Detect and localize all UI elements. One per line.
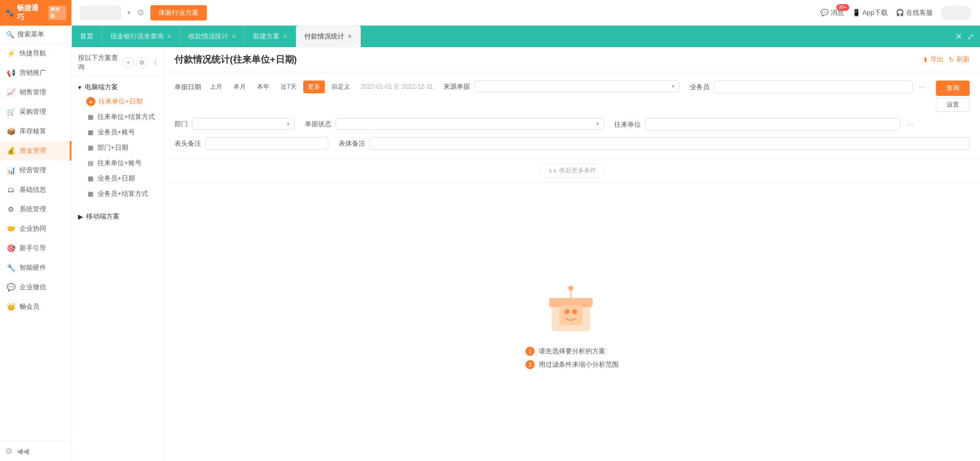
scheme-group-mobile-header[interactable]: ▶ 移动端方案 bbox=[72, 210, 164, 223]
page-header: 付款情况统计(往来单位+日期) ⬆ 导出 ↻ 刷新 bbox=[164, 47, 980, 72]
search-menu[interactable]: 🔍 搜索菜单 bbox=[0, 26, 71, 44]
sidebar-item-capital[interactable]: 💰 资金管理 bbox=[0, 141, 71, 161]
filter-table-body-note-input[interactable] bbox=[369, 137, 970, 150]
sidebar-item-quick-nav[interactable]: ⚡ 快捷导航 bbox=[0, 44, 71, 63]
page-title: 付款情况统计(往来单位+日期) bbox=[174, 53, 923, 66]
app-download-btn[interactable]: 📱 App下载 bbox=[852, 8, 888, 17]
filter-table-body-note-label: 表体备注 bbox=[339, 139, 365, 148]
filter-doc-status-arrow-icon: ▾ bbox=[596, 121, 599, 127]
date-option-last-7[interactable]: 近7天 bbox=[276, 81, 301, 93]
sidebar-item-inventory[interactable]: 📦 库存核算 bbox=[0, 122, 71, 141]
main-content: ▾ ⚙ 体验行业方案 💬 消息 99+ 📱 App下载 🎧 在线客服 首页 bbox=[72, 0, 980, 461]
scheme-group-desktop-header[interactable]: ▾ 电脑端方案 bbox=[72, 81, 164, 94]
tab-cashflow[interactable]: 现金银行流水查询 ✕ bbox=[102, 26, 180, 47]
sidebar-item-system[interactable]: ⚙ 系统管理 bbox=[0, 199, 71, 219]
sidebar-item-label: 快捷导航 bbox=[19, 49, 46, 58]
scheme-item-partner-settle-label: 往来单位+结算方式 bbox=[97, 112, 155, 122]
tab-new-scheme-label: 新建方案 bbox=[253, 32, 280, 41]
filter-salesman-item: 业务员 ··· bbox=[690, 81, 926, 93]
hardware-icon: 🔧 bbox=[6, 263, 15, 272]
notification-btn[interactable]: 💬 消息 99+ bbox=[820, 8, 844, 17]
wechat-icon: 💬 bbox=[6, 283, 15, 292]
empty-state: 1 请先选择要分析的方案 2 用过滤条件来缩小分析范围 bbox=[164, 183, 980, 461]
filter-partner-input[interactable] bbox=[645, 118, 900, 131]
trial-btn[interactable]: 体验行业方案 bbox=[150, 5, 207, 21]
scheme-item-salesman-date[interactable]: ▦ 业务员+日期 bbox=[72, 171, 164, 186]
date-option-custom[interactable]: 自定义 bbox=[327, 81, 355, 93]
online-service-btn[interactable]: 🎧 在线客服 bbox=[896, 8, 933, 17]
empty-tip-2: 2 用过滤条件来缩小分析范围 bbox=[525, 360, 619, 369]
collapse-more-btn[interactable]: ∧∧ 收起更多条件 bbox=[539, 164, 605, 177]
svg-rect-2 bbox=[559, 305, 582, 325]
tab-receipt-stats[interactable]: 收款情况统计 ✕ bbox=[180, 26, 245, 47]
filter-table-header-note-input[interactable] bbox=[205, 137, 328, 150]
filter-salesman-dots[interactable]: ··· bbox=[919, 83, 926, 92]
refresh-btn[interactable]: ↻ 刷新 bbox=[949, 55, 970, 64]
main-area: 付款情况统计(往来单位+日期) ⬆ 导出 ↻ 刷新 bbox=[164, 47, 980, 461]
member-icon: 👑 bbox=[6, 302, 15, 311]
logo-badge: 标准版 bbox=[48, 6, 66, 20]
scheme-item-salesman-settle[interactable]: ▦ 业务员+结算方式 bbox=[72, 186, 164, 202]
tab-new-scheme[interactable]: 新建方案 ✕ bbox=[245, 26, 296, 47]
sidebar-item-sales[interactable]: 📈 销售管理 bbox=[0, 83, 71, 102]
date-option-this-month[interactable]: 本月 bbox=[229, 81, 250, 93]
tab-home[interactable]: 首页 bbox=[72, 26, 102, 47]
scheme-group-mobile-chevron: ▶ bbox=[78, 213, 83, 221]
sidebar-item-guide[interactable]: 🎯 新手引导 bbox=[0, 238, 71, 258]
filter-date-item: 单据日期 上月 本月 本年 近7天 更多 自定义 2022-01-01 至 20… bbox=[174, 81, 433, 93]
refresh-icon: ↻ bbox=[949, 56, 954, 64]
date-option-this-year[interactable]: 本年 bbox=[252, 81, 274, 93]
scheme-item-dept-date[interactable]: ▦ 部门+日期 bbox=[72, 140, 164, 155]
sidebar-item-wechat[interactable]: 💬 企业微信 bbox=[0, 277, 71, 297]
tab-payment-stats[interactable]: 付款情况统计 ✕ bbox=[296, 26, 361, 47]
sidebar-settings-icon[interactable]: ⚙ bbox=[5, 446, 12, 456]
tab-close-all-icon[interactable]: ✕ bbox=[955, 32, 962, 42]
sidebar-item-purchase[interactable]: 🛒 采购管理 bbox=[0, 102, 71, 122]
scheme-item-table-icon: ▦ bbox=[86, 113, 94, 121]
purchase-icon: 🛒 bbox=[6, 107, 15, 116]
sidebar-bottom: ⚙ ◀◀ bbox=[0, 440, 71, 461]
filter-partner-dots[interactable]: ··· bbox=[907, 120, 913, 129]
tab-new-scheme-close-icon[interactable]: ✕ bbox=[283, 33, 287, 40]
settings-icon[interactable]: ⚙ bbox=[137, 8, 144, 17]
guide-icon: 🎯 bbox=[6, 244, 15, 253]
sidebar-item-management[interactable]: 📊 经营管理 bbox=[0, 161, 71, 180]
export-btn[interactable]: ⬆ 导出 bbox=[923, 55, 944, 64]
scheme-settings-btn[interactable]: ⚙ bbox=[136, 57, 147, 68]
query-btn[interactable]: 查询 bbox=[936, 81, 970, 96]
inventory-icon: 📦 bbox=[6, 127, 15, 136]
scheme-item-partner-account[interactable]: ▤ 往来单位+账号 bbox=[72, 155, 164, 171]
scheme-add-btn[interactable]: + bbox=[123, 57, 134, 68]
page-actions: ⬆ 导出 ↻ 刷新 bbox=[923, 55, 970, 64]
scheme-item-active-icon: ● bbox=[86, 97, 95, 106]
tab-payment-stats-close-icon[interactable]: ✕ bbox=[347, 33, 352, 40]
filter-source-doc-select[interactable]: ▾ bbox=[474, 81, 679, 92]
scheme-item-partner-settle[interactable]: ▦ 往来单位+结算方式 bbox=[72, 109, 164, 125]
scheme-group-mobile: ▶ 移动端方案 bbox=[72, 206, 164, 227]
filter-settings-btn[interactable]: 设置 bbox=[936, 98, 970, 112]
date-option-more[interactable]: 更多 bbox=[303, 81, 325, 93]
empty-tip-1: 1 请先选择要分析的方案 bbox=[525, 347, 619, 356]
tab-receipt-stats-close-icon[interactable]: ✕ bbox=[231, 33, 236, 40]
sidebar-item-corp[interactable]: 🤝 企业协同 bbox=[0, 219, 71, 238]
sidebar-item-basic-info[interactable]: 🗂 基础信息 bbox=[0, 180, 71, 199]
sidebar-collapse-icon[interactable]: ◀◀ bbox=[16, 446, 29, 456]
sidebar-item-marketing[interactable]: 📢 营销推广 bbox=[0, 63, 71, 83]
scheme-collapse-btn[interactable]: 《 bbox=[150, 58, 158, 67]
tab-cashflow-close-icon[interactable]: ✕ bbox=[167, 33, 171, 40]
tab-expand-icon[interactable]: ⤢ bbox=[967, 32, 974, 42]
user-avatar[interactable] bbox=[941, 6, 972, 20]
scheme-item-partner-date[interactable]: ● 往来单位+日期 bbox=[72, 94, 164, 109]
filter-doc-status-select[interactable]: ▾ bbox=[336, 118, 604, 130]
sidebar-item-member[interactable]: 👑 畅会员 bbox=[0, 297, 71, 316]
scheme-item-salesman-account[interactable]: ▦ 业务员+账号 bbox=[72, 125, 164, 140]
date-option-last-month[interactable]: 上月 bbox=[205, 81, 227, 93]
company-dropdown-icon[interactable]: ▾ bbox=[127, 9, 131, 16]
filter-date-options: 上月 本月 本年 近7天 更多 自定义 bbox=[205, 81, 355, 93]
filter-dept-select[interactable]: ▾ bbox=[192, 118, 295, 130]
sidebar-item-label: 营销推广 bbox=[19, 68, 46, 77]
filter-right-actions: 查询 设置 bbox=[936, 81, 970, 112]
sidebar-item-hardware[interactable]: 🔧 智能硬件 bbox=[0, 258, 71, 277]
filter-salesman-input[interactable] bbox=[714, 81, 913, 93]
sidebar-item-label: 畅会员 bbox=[19, 302, 40, 311]
